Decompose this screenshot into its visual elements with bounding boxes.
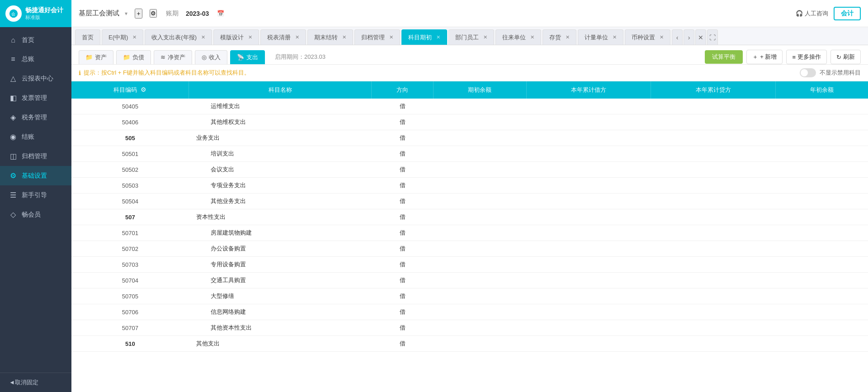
tab-tax[interactable]: 税表清册 ✕ xyxy=(260,29,306,45)
col-settings-icon[interactable]: ⚙ xyxy=(141,86,146,93)
cell-init-balance xyxy=(433,241,526,257)
table-row[interactable]: 507资本性支出借 xyxy=(71,209,868,225)
table-row[interactable]: 50702办公设备购置借 xyxy=(71,241,868,257)
support-btn[interactable]: 🎧 人工咨询 xyxy=(796,9,828,18)
table-row[interactable]: 50406其他维权支出借 xyxy=(71,114,868,130)
tab-template[interactable]: 模版设计 ✕ xyxy=(213,29,259,45)
tab-prev-btn[interactable]: ‹ xyxy=(672,29,683,45)
col-init-balance: 期初余额 xyxy=(433,81,526,99)
more-btn[interactable]: ≡ 更多操作 xyxy=(786,50,827,64)
tab-measure[interactable]: 计量单位 ✕ xyxy=(578,29,623,45)
tab-close-icon[interactable]: ✕ xyxy=(566,34,570,40)
tab-close-all-btn[interactable]: ✕ xyxy=(695,29,706,45)
tab-label: E(中期) xyxy=(108,33,128,42)
sidebar-item-settle[interactable]: ◉ 结账 xyxy=(0,127,71,146)
tab-close-icon[interactable]: ✕ xyxy=(613,34,617,40)
toggle-switch[interactable] xyxy=(800,68,816,77)
cell-init-balance xyxy=(433,114,526,130)
tab-close-icon[interactable]: ✕ xyxy=(201,34,205,40)
tab-period-end[interactable]: 期末结转 ✕ xyxy=(307,29,353,45)
cell-ytd-credit xyxy=(651,194,776,209)
tab-close-icon[interactable]: ✕ xyxy=(660,34,664,40)
subtab-net-asset[interactable]: ≋ 净资产 xyxy=(154,50,192,64)
project-name: 基层工会测试 xyxy=(79,9,119,18)
tab-label: 科目期初 xyxy=(408,33,432,42)
table-row[interactable]: 50707其他资本性支出借 xyxy=(71,320,868,336)
cell-ytd-credit xyxy=(651,336,776,352)
toggle-container[interactable]: 不显示禁用科目 xyxy=(800,68,861,77)
subtab-expense[interactable]: 📡 支出 xyxy=(230,50,265,64)
cell-ytd-debit xyxy=(526,209,651,225)
tab-close-icon[interactable]: ✕ xyxy=(389,34,393,40)
tab-stock[interactable]: 存货 ✕ xyxy=(542,29,576,45)
table-row[interactable]: 505业务支出借 xyxy=(71,130,868,146)
cell-dir: 借 xyxy=(372,146,433,162)
tab-archive[interactable]: 归档管理 ✕ xyxy=(354,29,400,45)
tab-unit[interactable]: 往来单位 ✕ xyxy=(495,29,541,45)
tab-income-annual[interactable]: 收入支出表(年报) ✕ xyxy=(145,29,212,45)
table-row[interactable]: 50706信息网络购建借 xyxy=(71,304,868,320)
tab-currency[interactable]: 币种设置 ✕ xyxy=(625,29,670,45)
tab-label: 存货 xyxy=(549,33,561,42)
cell-code: 50405 xyxy=(71,99,189,114)
cell-init-balance xyxy=(433,320,526,336)
balance-btn[interactable]: 试算平衡 xyxy=(705,50,743,64)
tab-close-icon[interactable]: ✕ xyxy=(295,34,299,40)
tab-close-icon[interactable]: ✕ xyxy=(530,34,534,40)
table-row[interactable]: 50405运维维支出借 xyxy=(71,99,868,114)
table-row[interactable]: 50504其他业务支出借 xyxy=(71,194,868,209)
table-row[interactable]: 50501培训支出借 xyxy=(71,146,868,162)
refresh-icon: ↻ xyxy=(836,54,841,61)
sidebar-item-archive[interactable]: ◫ 归档管理 xyxy=(0,146,71,166)
support-icon: 🎧 xyxy=(796,10,803,17)
tab-subject-init[interactable]: 科目期初 ✕ xyxy=(401,29,447,45)
liability-icon: 📁 xyxy=(123,54,130,61)
sidebar-item-guide[interactable]: ☰ 新手引导 xyxy=(0,185,71,205)
tab-period[interactable]: E(中期) ✕ xyxy=(102,29,143,45)
sidebar-item-home[interactable]: ⌂ 首页 xyxy=(0,31,71,50)
sidebar-logo: 会 畅捷通好会计 标准版 xyxy=(0,0,71,27)
cell-code: 50706 xyxy=(71,304,189,320)
calendar-icon[interactable]: 📅 xyxy=(217,10,224,17)
subtab-income[interactable]: ◎ 收入 xyxy=(195,50,227,64)
tab-close-icon[interactable]: ✕ xyxy=(483,34,487,40)
tab-close-icon[interactable]: ✕ xyxy=(342,34,346,40)
dropdown-icon[interactable]: ▾ xyxy=(125,10,127,17)
topbar: 基层工会测试 ▾ ＋ ⚙ 账期 2023-03 📅 🎧 人工咨询 会计 xyxy=(71,0,868,27)
sidebar-collapse-btn[interactable]: ◄取消固定 xyxy=(0,373,71,392)
table-row[interactable]: 50502会议支出借 xyxy=(71,162,868,178)
tab-close-icon[interactable]: ✕ xyxy=(436,34,440,40)
add-btn[interactable]: ＋ + 新增 xyxy=(746,50,783,64)
tab-close-icon[interactable]: ✕ xyxy=(248,34,252,40)
add-project-btn[interactable]: ＋ xyxy=(135,9,142,19)
cell-dir: 借 xyxy=(372,209,433,225)
table-row[interactable]: 50705大型修缮借 xyxy=(71,288,868,304)
sidebar-item-ledger[interactable]: ≡ 总账 xyxy=(0,50,71,69)
cell-year-init xyxy=(775,130,868,146)
table-row[interactable]: 50703专用设备购置借 xyxy=(71,257,868,273)
cell-dir: 借 xyxy=(372,288,433,304)
table-row[interactable]: 510其他支出借 xyxy=(71,336,868,352)
period-display: 启用期间：2023.03 xyxy=(275,53,326,61)
table-row[interactable]: 50503专项业务支出借 xyxy=(71,178,868,194)
refresh-btn[interactable]: ↻ 刷新 xyxy=(830,50,861,64)
cell-code: 507 xyxy=(71,209,189,225)
tab-home[interactable]: 首页 xyxy=(75,29,100,45)
settings-btn[interactable]: ⚙ xyxy=(150,9,157,18)
subtab-asset[interactable]: 📁 资产 xyxy=(79,50,113,64)
tab-close-icon[interactable]: ✕ xyxy=(132,34,137,40)
table-row[interactable]: 50701房屋建筑物购建借 xyxy=(71,225,868,241)
sidebar-item-vip[interactable]: ◇ 畅会员 xyxy=(0,205,71,224)
sidebar-item-tax[interactable]: ◈ 税务管理 xyxy=(0,108,71,127)
tab-expand-btn[interactable]: ⛶ xyxy=(707,29,718,45)
sidebar-item-settings[interactable]: ⚙ 基础设置 xyxy=(0,166,71,185)
sidebar-item-invoice[interactable]: ◧ 发票管理 xyxy=(0,88,71,108)
subtab-liability[interactable]: 📁 负债 xyxy=(116,50,151,64)
table-row[interactable]: 50704交通工具购置借 xyxy=(71,273,868,288)
tab-dept[interactable]: 部门员工 ✕ xyxy=(448,29,494,45)
subtab-label: 净资产 xyxy=(168,53,185,61)
tab-next-btn[interactable]: › xyxy=(684,29,694,45)
sidebar-item-reports[interactable]: △ 云报表中心 xyxy=(0,69,71,88)
account-btn[interactable]: 会计 xyxy=(834,7,861,20)
tip-bar: ℹ 提示：按Ctrl + F键并输入科目编码或者科目名称可以查找科目。 不显示禁… xyxy=(71,65,868,81)
